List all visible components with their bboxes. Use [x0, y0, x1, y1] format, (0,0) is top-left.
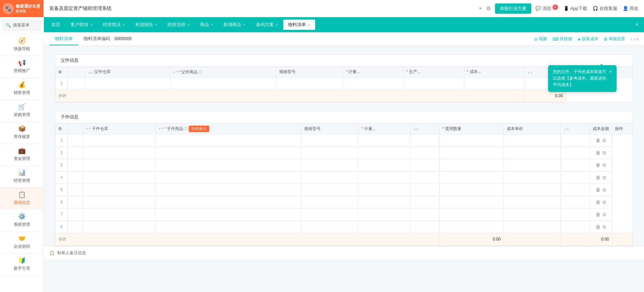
copy-row-button[interactable]: ⧉	[603, 187, 606, 193]
parent-cell-unit[interactable]	[276, 77, 343, 90]
child-cell-product-2[interactable]	[83, 147, 156, 159]
child-cell-qty-5[interactable]	[410, 184, 439, 196]
tab-history[interactable]: 经营历程 ×	[163, 20, 194, 30]
tab-customers[interactable]: 客户联络 ×	[66, 20, 97, 30]
sidebar-item-finance[interactable]: 💼 资金管理	[0, 143, 44, 165]
child-cell-warehouse-7[interactable]	[68, 208, 83, 221]
tooltip-close-button[interactable]: ×	[609, 69, 612, 75]
child-cell-warehouse-6[interactable]	[68, 196, 83, 208]
child-cell-cost-price-6[interactable]	[439, 196, 504, 208]
tab-bom[interactable]: 物料清单 ×	[283, 20, 315, 30]
child-cell-unit-8[interactable]	[301, 221, 358, 233]
tab-new-goods[interactable]: 新增商品 ×	[219, 20, 250, 30]
child-cell-qty-8[interactable]	[410, 221, 439, 233]
child-cell-cost-price-7[interactable]	[439, 208, 504, 221]
sidebar-item-guide[interactable]: 🔰 新手引导	[0, 253, 44, 275]
child-cell-qty-6[interactable]	[410, 196, 439, 208]
user-action[interactable]: 👤 用友	[623, 5, 639, 12]
child-cell-qty-2[interactable]	[410, 147, 439, 159]
delete-row-button[interactable]: 🗑	[596, 162, 600, 168]
child-cell-product-5[interactable]	[83, 184, 156, 196]
tab-barcode-close[interactable]: ×	[276, 23, 278, 27]
topbar-settings-icon[interactable]: ⚙	[486, 5, 491, 12]
child-cell-spec-1[interactable]	[156, 134, 301, 147]
delete-row-button[interactable]: 🗑	[596, 175, 600, 180]
child-cell-unit-3[interactable]	[301, 159, 358, 171]
child-cell-qty-3[interactable]	[410, 159, 439, 171]
tab-operations[interactable]: 经营情况 ×	[98, 20, 129, 30]
online-service-action[interactable]: 🎧 在线客服	[593, 5, 617, 12]
child-cell-product-7[interactable]	[83, 208, 156, 221]
delete-row-button[interactable]: 🗑	[596, 187, 600, 193]
tab-operations-close[interactable]: ×	[123, 23, 125, 27]
sidebar-item-enterprise[interactable]: 🤝 企业协同	[0, 231, 44, 253]
copy-row-button[interactable]: ⧉	[603, 175, 606, 180]
child-cell-unit-4[interactable]	[301, 171, 358, 184]
parent-cell-product[interactable]	[85, 77, 170, 90]
child-cell-product-8[interactable]	[83, 221, 156, 233]
child-cell-warehouse-5[interactable]	[68, 184, 83, 196]
child-cell-warehouse-4[interactable]	[68, 171, 83, 184]
tab-profit[interactable]: 利润报告 ×	[131, 20, 162, 30]
child-cell-unit-7[interactable]	[301, 208, 358, 221]
delete-row-button[interactable]: 🗑	[596, 224, 600, 230]
view-action[interactable]: ◎ 视频	[534, 36, 547, 42]
child-cell-qty-1[interactable]	[410, 134, 439, 147]
child-cell-cost-price-4[interactable]	[439, 171, 504, 184]
child-cell-spec-3[interactable]	[156, 159, 301, 171]
tab-profit-close[interactable]: ×	[155, 23, 157, 27]
single-settings-action[interactable]: ⊞ 单据设置	[604, 36, 625, 42]
child-cell-unit-5[interactable]	[301, 184, 358, 196]
child-cell-spec-2[interactable]	[156, 147, 301, 159]
child-cell-qty-7[interactable]	[410, 208, 439, 221]
child-th-settings[interactable]: ⚙	[55, 123, 68, 134]
tab-goods-close[interactable]: ×	[211, 23, 213, 27]
sub-tab-bom-list[interactable]: 物料清单	[49, 33, 78, 45]
delete-row-button[interactable]: 🗑	[596, 150, 600, 156]
messages-action[interactable]: 💬 消息 6	[535, 5, 558, 12]
copy-row-button[interactable]: ⧉	[603, 138, 606, 143]
sidebar-item-operations[interactable]: 📊 经营管理	[0, 165, 44, 187]
copy-row-button[interactable]: ⧉	[603, 150, 606, 156]
parent-th-settings[interactable]: ⚙	[55, 67, 68, 78]
tab-customers-close[interactable]: ×	[90, 23, 92, 27]
child-cell-spec-4[interactable]	[156, 171, 301, 184]
copy-row-button[interactable]: ⧉	[603, 224, 606, 230]
delete-row-button[interactable]: 🗑	[596, 199, 600, 205]
child-cell-warehouse-2[interactable]	[68, 147, 83, 159]
tab-goods[interactable]: 商品 ×	[195, 20, 218, 30]
sidebar-item-quick-nav[interactable]: 🧭 快捷导航	[0, 34, 44, 56]
nav-close-all-button[interactable]: ×	[633, 20, 641, 29]
copy-row-button[interactable]: ⧉	[603, 212, 606, 218]
system-dropdown-arrow[interactable]: ▼	[479, 7, 482, 10]
sidebar-item-marketing[interactable]: 📢 营销推广	[0, 56, 44, 78]
child-cell-product-3[interactable]	[83, 159, 156, 171]
search-menu-button[interactable]: 🔍 搜索菜单	[3, 20, 41, 31]
trial-button[interactable]: 体验行业方案	[495, 3, 531, 14]
child-cell-unit-1[interactable]	[301, 134, 358, 147]
tab-bom-close[interactable]: ×	[308, 23, 310, 27]
delete-row-button[interactable]: 🗑	[596, 212, 600, 218]
child-cell-warehouse-8[interactable]	[68, 221, 83, 233]
app-download-action[interactable]: 📱 App下载	[564, 5, 587, 12]
sidebar-item-basic-info[interactable]: 📋 基础信息	[0, 187, 44, 209]
sidebar-item-sales[interactable]: 💰 销售管理	[0, 78, 44, 100]
child-cell-unit-2[interactable]	[301, 147, 358, 159]
grid-view-icon[interactable]: ≡	[636, 37, 639, 42]
parent-cell-cost[interactable]	[404, 77, 464, 90]
shortcut-action[interactable]: ⌨ 快捷键	[553, 36, 572, 42]
tab-history-close[interactable]: ×	[187, 23, 189, 27]
child-cell-product-1[interactable]	[83, 134, 156, 147]
child-cell-cost-price-3[interactable]	[439, 159, 504, 171]
delete-row-button[interactable]: 🗑	[596, 138, 600, 143]
copy-row-button[interactable]: ⧉	[603, 199, 606, 205]
tab-barcode[interactable]: 条码方案 ×	[251, 20, 283, 30]
scan-input-button[interactable]: 扫码录入	[189, 126, 209, 132]
child-cell-cost-price-5[interactable]	[439, 184, 504, 196]
tab-home[interactable]: 首页	[47, 20, 65, 30]
extract-cost-action[interactable]: ◈ 提取成本	[578, 36, 598, 42]
sidebar-item-purchase[interactable]: 🛒 采购管理	[0, 100, 44, 121]
tab-new-goods-close[interactable]: ×	[243, 23, 245, 27]
child-cell-warehouse-1[interactable]	[68, 134, 83, 147]
child-cell-warehouse-3[interactable]	[68, 159, 83, 171]
